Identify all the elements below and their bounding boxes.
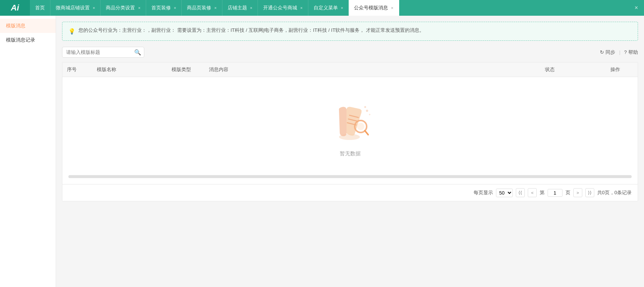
notice-icon: 💡 (68, 27, 76, 36)
search-left: 🔍 (62, 47, 144, 58)
th-action: 操作 (593, 62, 638, 77)
divider: | (617, 49, 622, 55)
th-type: 模版类型 (167, 62, 204, 77)
svg-line-6 (365, 131, 368, 135)
close-home-decor[interactable]: × (174, 6, 176, 10)
svg-point-9 (364, 106, 366, 108)
svg-point-5 (357, 123, 364, 130)
pagination: 每页显示 50 ⟨⟨ ＜ 第 页 ＞ ⟩⟩ 共0页，0条记录 (62, 184, 638, 201)
search-input-wrap: 🔍 (62, 47, 144, 58)
sync-icon: ↻ (600, 49, 604, 55)
search-input[interactable] (62, 47, 144, 58)
nav-tab-template-msg[interactable]: 公众号模版消息 × (349, 0, 399, 16)
sidebar-item-template-msg[interactable]: 模版消息 (0, 19, 56, 33)
close-category[interactable]: × (138, 6, 140, 10)
notice-content: 您的公众号行业为：主营行业：，副营行业： 需要设置为：主营行业：IT科技 / 互… (78, 27, 424, 34)
close-all-tabs[interactable]: × (629, 4, 644, 11)
sidebar-item-template-record[interactable]: 模版消息记录 (0, 33, 56, 47)
page-end-label: 页 (566, 189, 570, 196)
scroll-bar-wrap (62, 172, 638, 184)
per-page-label: 每页显示 (474, 189, 493, 196)
close-theme[interactable]: × (250, 6, 252, 10)
close-custom-menu[interactable]: × (341, 6, 343, 10)
th-name: 模版名称 (92, 62, 167, 77)
nav-tab-custom-menu[interactable]: 自定义菜单 × (308, 0, 349, 16)
page-label: 第 (540, 189, 545, 196)
scrollbar-track[interactable] (68, 175, 632, 178)
nav-tab-store-settings[interactable]: 微商城店铺设置 × (50, 0, 101, 16)
page-number-input[interactable] (548, 189, 563, 197)
svg-point-7 (366, 110, 368, 112)
nav-tab-open-mall[interactable]: 开通公众号商城 × (258, 0, 308, 16)
prev-page-button[interactable]: ＜ (528, 188, 537, 197)
nav-tab-home-decor[interactable]: 首页装修 × (146, 0, 182, 16)
search-bar: 🔍 ↻ 同步 | ? 帮助 (62, 47, 638, 58)
content-area: 💡 您的公众号行业为：主营行业：，副营行业： 需要设置为：主营行业：IT科技 /… (56, 16, 644, 287)
notice-box: 💡 您的公众号行业为：主营行业：，副营行业： 需要设置为：主营行业：IT科技 /… (62, 22, 638, 41)
total-label: 共0页，0条记录 (597, 189, 632, 196)
table-header: 序号 模版名称 模版类型 消息内容 状态 操作 (62, 62, 638, 77)
empty-state: 暂无数据 (62, 77, 638, 172)
nav-tab-category[interactable]: 商品分类设置 × (101, 0, 146, 16)
th-status: 状态 (540, 62, 593, 77)
th-content: 消息内容 (204, 62, 540, 77)
close-product-decor[interactable]: × (214, 6, 216, 10)
close-open-mall[interactable]: × (300, 6, 302, 10)
sync-button[interactable]: ↻ 同步 (600, 49, 615, 56)
empty-text: 暂无数据 (340, 150, 361, 157)
sidebar: 模版消息 模版消息记录 (0, 16, 56, 287)
help-icon: ? (624, 49, 627, 55)
top-nav: Ai 首页 微商城店铺设置 × 商品分类设置 × 首页装修 × 商品页装修 × … (0, 0, 644, 16)
search-right: ↻ 同步 | ? 帮助 (600, 49, 638, 56)
svg-point-8 (369, 114, 370, 115)
nav-tab-theme[interactable]: 店铺主题 × (222, 0, 258, 16)
th-seq: 序号 (62, 62, 92, 77)
help-button[interactable]: ? 帮助 (624, 49, 638, 56)
search-icon[interactable]: 🔍 (134, 49, 141, 56)
first-page-button[interactable]: ⟨⟨ (516, 188, 525, 197)
nav-tab-product-decor[interactable]: 商品页装修 × (182, 0, 222, 16)
empty-icon (328, 100, 373, 144)
last-page-button[interactable]: ⟩⟩ (585, 188, 594, 197)
per-page-select[interactable]: 50 (496, 189, 513, 197)
nav-tab-home[interactable]: 首页 (30, 0, 50, 16)
table-wrap: 序号 模版名称 模版类型 消息内容 状态 操作 (62, 62, 638, 201)
close-template-msg[interactable]: × (391, 6, 393, 10)
main-layout: 模版消息 模版消息记录 💡 您的公众号行业为：主营行业：，副营行业： 需要设置为… (0, 16, 644, 287)
close-store-settings[interactable]: × (93, 6, 95, 10)
next-page-button[interactable]: ＞ (573, 188, 582, 197)
logo: Ai (0, 0, 30, 16)
